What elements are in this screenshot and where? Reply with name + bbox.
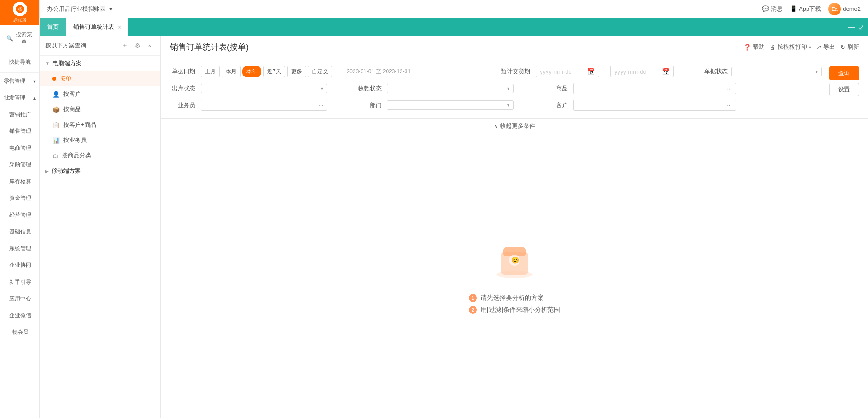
tab-bar: 首页 销售订单统计表 × — ⤢: [40, 18, 868, 36]
sidebar-item-cooperation[interactable]: 企业协同: [0, 257, 39, 274]
customer-select[interactable]: ···: [573, 100, 736, 111]
receipt-status-arrow: ▾: [507, 86, 509, 91]
svg-text:😊: 😊: [511, 256, 519, 264]
tab-close-icon[interactable]: ×: [118, 24, 121, 30]
message-button[interactable]: 💬 消息: [762, 5, 783, 13]
sidebar-item-membership-label: 畅会员: [12, 328, 28, 336]
app-download-button[interactable]: 📱 App下载: [790, 5, 821, 13]
scheme-item-by-category[interactable]: 🗂 按商品分类: [40, 148, 160, 163]
scheme-item-by-goods[interactable]: 📦 按商品: [40, 102, 160, 117]
refresh-icon: ↻: [840, 44, 845, 51]
sidebar-item-newbie[interactable]: 新手引导: [0, 274, 39, 290]
message-icon: 💬: [762, 5, 769, 12]
dept-select[interactable]: ▾: [387, 100, 514, 110]
quick-nav-label: 快捷导航: [9, 59, 31, 65]
scheme-item-by-salesperson[interactable]: 📊 按业务员: [40, 133, 160, 148]
sidebar-item-basic[interactable]: 基础信息: [0, 223, 39, 240]
template-print-button[interactable]: 🖨 按模板打印 ▾: [770, 43, 811, 51]
sidebar-item-wechat-label: 企业微信: [9, 312, 31, 319]
sidebar-item-operations[interactable]: 经营管理: [0, 207, 39, 223]
collapse-panel-button[interactable]: «: [145, 41, 155, 51]
expected-delivery-label: 预计交货期: [501, 67, 530, 76]
sidebar: 畅 标账版 🔍 搜索菜单 快捷导航 零售管理 ▾ 批发管理 ▴ 营销推广 销售管…: [0, 0, 40, 418]
collapse-bar: ∧ 收起更多条件: [161, 119, 868, 134]
sidebar-item-wholesale[interactable]: 批发管理 ▴: [0, 90, 39, 106]
add-scheme-button[interactable]: ＋: [120, 41, 130, 51]
expected-delivery-end[interactable]: yyyy-mm-dd 📅: [610, 66, 674, 77]
query-button[interactable]: 查询: [829, 66, 859, 80]
order-status-select[interactable]: ▾: [731, 67, 822, 76]
pc-scheme-group-header[interactable]: ▼ 电脑端方案: [40, 56, 160, 71]
header-dropdown-icon[interactable]: ▾: [109, 5, 113, 12]
template-print-label: 按模板打印: [778, 43, 807, 51]
expected-delivery-input-group: yyyy-mm-dd 📅 — yyyy-mm-dd 📅: [536, 66, 674, 77]
last-7-days-btn[interactable]: 近7天: [263, 66, 285, 77]
scheme-item-by-customer-goods[interactable]: 📋 按客户+商品: [40, 117, 160, 133]
tab-minimize-button[interactable]: —: [848, 23, 855, 31]
collapse-more-conditions-button[interactable]: ∧ 收起更多条件: [494, 122, 535, 130]
this-year-btn[interactable]: 本年: [242, 66, 261, 77]
last-month-btn[interactable]: 上月: [201, 66, 220, 77]
page-title-bar: 销售订单统计表(按单) ❓ 帮助 🖨 按模板打印 ▾ ↗ 导出: [161, 36, 868, 58]
search-menu-button[interactable]: 🔍 搜索菜单: [5, 29, 35, 48]
custom-btn[interactable]: 自定义: [308, 66, 332, 77]
sidebar-item-retail[interactable]: 零售管理 ▾: [0, 73, 39, 90]
goods-select[interactable]: ···: [573, 83, 736, 94]
sidebar-item-finance[interactable]: 资金管理: [0, 190, 39, 207]
user-initials: Ea: [832, 6, 838, 12]
tab-expand-button[interactable]: ⤢: [859, 23, 864, 32]
export-button[interactable]: ↗ 导出: [816, 43, 835, 51]
sidebar-item-marketing[interactable]: 营销推广: [0, 106, 39, 123]
filter-row-2: 出库状态 ▾ 收款状态 ▾: [170, 83, 822, 94]
main-area: 办公用品行业模拟账表 ▾ 💬 消息 📱 App下载 Ea demo2 首页: [40, 0, 868, 418]
refresh-button[interactable]: ↻ 刷新: [840, 43, 859, 51]
mobile-group-arrow: ▶: [45, 169, 49, 174]
mobile-group-header[interactable]: ▶ 移动端方案: [40, 163, 160, 179]
empty-illustration: 😊: [487, 238, 542, 285]
sidebar-item-system[interactable]: 系统管理: [0, 240, 39, 257]
help-button[interactable]: ❓ 帮助: [744, 43, 764, 51]
refresh-label: 刷新: [847, 43, 859, 51]
sidebar-item-membership[interactable]: 畅会员: [0, 324, 39, 341]
sidebar-item-cooperation-label: 企业协同: [9, 261, 31, 269]
salesperson-more-icon[interactable]: ···: [318, 102, 323, 109]
pc-scheme-group: ▼ 电脑端方案 按单 👤 按客户 📦 按商品 📋 按客户+商品: [40, 56, 160, 163]
header-title: 办公用品行业模拟账表: [47, 5, 106, 13]
tab-sales-order-stat[interactable]: 销售订单统计表 ×: [66, 18, 128, 36]
help-label: 帮助: [753, 43, 764, 51]
settings-button[interactable]: 设置: [829, 83, 859, 96]
category-icon: 🗂: [52, 152, 58, 159]
more-btn[interactable]: 更多: [287, 66, 306, 77]
this-month-btn[interactable]: 本月: [222, 66, 241, 77]
quick-nav-button[interactable]: 快捷导航: [0, 55, 39, 70]
sidebar-item-ecom[interactable]: 电商管理: [0, 140, 39, 157]
customer-more-icon[interactable]: ···: [727, 102, 732, 109]
sidebar-item-inventory[interactable]: 库存核算: [0, 173, 39, 190]
expected-delivery-start[interactable]: yyyy-mm-dd 📅: [536, 66, 599, 77]
receipt-status-select[interactable]: ▾: [387, 84, 514, 93]
sidebar-item-sales[interactable]: 销售管理: [0, 123, 39, 140]
salesperson-select[interactable]: ···: [201, 100, 327, 111]
sidebar-item-app-center[interactable]: 应用中心: [0, 290, 39, 307]
calendar-start-icon: 📅: [587, 68, 595, 75]
sidebar-item-purchase-label: 采购管理: [9, 161, 31, 169]
tip-text-2: 用[过滤]条件来缩小分析范围: [481, 306, 560, 314]
goods-more-icon[interactable]: ···: [727, 85, 732, 92]
scheme-item-by-order[interactable]: 按单: [40, 71, 160, 86]
scheme-by-goods-label: 按商品: [63, 105, 81, 114]
expected-end-placeholder: yyyy-mm-dd: [614, 68, 646, 75]
user-profile[interactable]: Ea demo2: [828, 3, 861, 15]
delivery-status-select[interactable]: ▾: [201, 84, 327, 93]
action-buttons: 查询 设置: [829, 66, 859, 96]
settings-scheme-button[interactable]: ⚙: [132, 41, 142, 51]
scheme-item-by-customer[interactable]: 👤 按客户: [40, 86, 160, 102]
tab-home[interactable]: 首页: [40, 18, 66, 36]
logo-icon: 畅: [13, 2, 27, 16]
calendar-end-icon: 📅: [662, 68, 670, 75]
scheme-by-order-label: 按单: [60, 75, 71, 83]
sidebar-item-wechat[interactable]: 企业微信: [0, 307, 39, 324]
sidebar-item-purchase[interactable]: 采购管理: [0, 157, 39, 173]
print-icon: 🖨: [770, 44, 776, 51]
mobile-group-label: 移动端方案: [52, 167, 81, 175]
logo[interactable]: 畅 标账版: [0, 0, 39, 25]
